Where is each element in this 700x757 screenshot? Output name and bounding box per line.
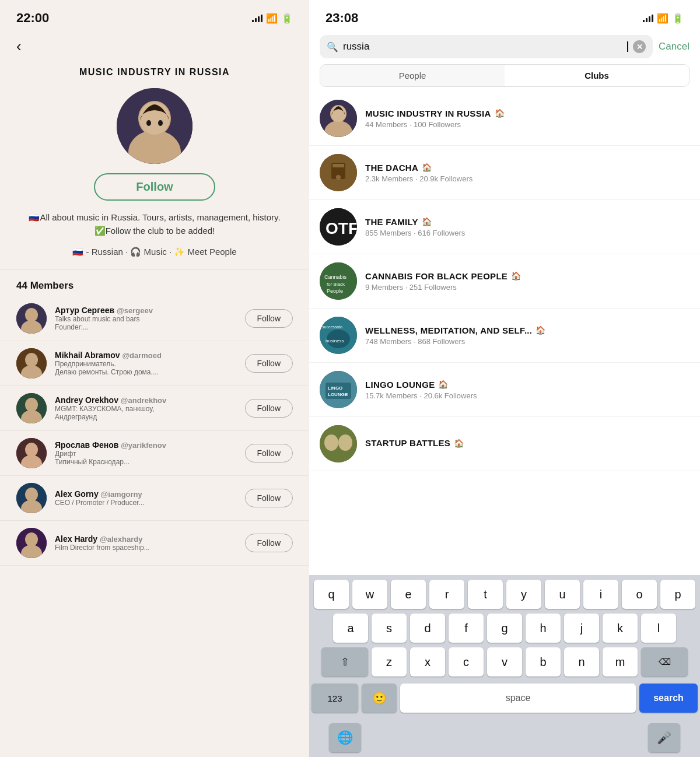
club-item-stats: 855 Members · 616 Followers (365, 229, 690, 237)
svg-text:LOUNGE: LOUNGE (328, 392, 348, 397)
club-item-stats: 9 Members · 251 Followers (365, 283, 690, 292)
club-item-info: CANNABIS FOR BLACK PEOPLE 🏠 9 Members · … (365, 271, 690, 292)
member-desc: Дрифт (55, 450, 237, 458)
follow-button[interactable]: Follow (245, 444, 293, 462)
right-status-bar: 23:08 📶 🔋 (309, 0, 700, 31)
member-desc: Talks about music and bars (55, 315, 237, 323)
key-k[interactable]: k (603, 614, 638, 643)
globe-key[interactable]: 🌐 (329, 723, 361, 752)
key-n[interactable]: n (564, 647, 599, 677)
club-list-item[interactable]: successatobusiness WELLNESS, MEDITATION,… (309, 309, 700, 363)
key-v[interactable]: v (487, 647, 522, 677)
battery-icon: 🔋 (672, 13, 684, 24)
search-input-wrapper[interactable]: 🔍 russia ✕ (320, 35, 653, 58)
key-h[interactable]: h (526, 614, 561, 643)
svg-point-19 (25, 488, 38, 502)
club-title: MUSIC INDUSTRY IN RUSSIA (68, 67, 242, 78)
clear-button[interactable]: ✕ (633, 40, 646, 53)
shift-key[interactable]: ⇧ (321, 647, 368, 677)
follow-button[interactable]: Follow (245, 534, 293, 552)
follow-button[interactable]: Follow (245, 309, 293, 328)
club-item-avatar (320, 154, 357, 191)
club-item-name: LINGO LOUNGE (365, 380, 435, 390)
key-t[interactable]: t (468, 580, 503, 609)
key-z[interactable]: z (372, 647, 407, 677)
key-x[interactable]: x (410, 647, 445, 677)
cursor (627, 41, 628, 52)
key-i[interactable]: i (583, 580, 618, 609)
house-icon: 🏠 (422, 163, 432, 172)
wifi-icon: 📶 (266, 13, 278, 24)
key-c[interactable]: c (449, 647, 484, 677)
club-list-item[interactable]: THE DACHA 🏠 2.3k Members · 20.9k Followe… (309, 146, 700, 200)
key-p[interactable]: p (660, 580, 695, 609)
back-button[interactable]: ‹ (0, 31, 309, 61)
key-g[interactable]: g (487, 614, 522, 643)
member-name: Mikhail Abramov @darmoed (55, 351, 237, 360)
svg-point-10 (25, 353, 38, 367)
emoji-key[interactable]: 🙂 (362, 684, 397, 713)
key-e[interactable]: e (391, 580, 426, 609)
key-m[interactable]: m (603, 647, 638, 677)
club-item-info: WELLNESS, MEDITATION, AND SELF... 🏠 748 … (365, 325, 690, 346)
member-desc: CEO / Promoter / Producer... (55, 499, 237, 507)
search-icon: 🔍 (327, 41, 338, 52)
club-list-item[interactable]: Cannabisfor BlackPeople CANNABIS FOR BLA… (309, 254, 700, 309)
svg-point-13 (25, 398, 38, 412)
club-description: 🇷🇺All about music in Russia. Tours, arti… (0, 211, 309, 237)
follow-button[interactable]: Follow (245, 354, 293, 373)
club-item-info: THE FAMILY 🏠 855 Members · 616 Followers (365, 217, 690, 237)
key-s[interactable]: s (372, 614, 407, 643)
club-item-name-row: CANNABIS FOR BLACK PEOPLE 🏠 (365, 271, 690, 281)
club-item-name-row: MUSIC INDUSTRY IN RUSSIA 🏠 (365, 108, 690, 118)
member-handle: @darmoed (122, 351, 162, 360)
member-name: Артур Сергеев @sergeev (55, 306, 237, 315)
mic-key[interactable]: 🎤 (648, 723, 680, 752)
space-key[interactable]: space (400, 684, 636, 713)
member-desc: Предприниматель. (55, 360, 237, 368)
member-info: Alex Hardy @alexhardy Film Director from… (55, 534, 237, 552)
club-list-item[interactable]: OTF THE FAMILY 🏠 855 Members · 616 Follo… (309, 200, 700, 254)
keyboard-row-4: 123 🙂 space search (312, 681, 698, 719)
member-item: Артур Сергеев @sergeev Talks about music… (0, 296, 309, 341)
cancel-button[interactable]: Cancel (659, 41, 690, 52)
key-b[interactable]: b (526, 647, 561, 677)
key-w[interactable]: w (352, 580, 387, 609)
club-item-name-row: STARTUP BATTLES 🏠 (365, 438, 690, 448)
keyboard-row-3: ⇧ z x c v b n m ⌫ (312, 647, 698, 677)
key-r[interactable]: r (429, 580, 464, 609)
key-d[interactable]: d (410, 614, 445, 643)
member-item: Alex Hardy @alexhardy Film Director from… (0, 521, 309, 566)
key-a[interactable]: a (333, 614, 368, 643)
club-list-item[interactable]: MUSIC INDUSTRY IN RUSSIA 🏠 44 Members · … (309, 92, 700, 146)
tab-people[interactable]: People (320, 65, 505, 86)
club-item-name-row: LINGO LOUNGE 🏠 (365, 380, 690, 390)
follow-button[interactable]: Follow (245, 489, 293, 507)
search-input[interactable]: russia (343, 41, 622, 52)
search-key[interactable]: search (639, 684, 698, 713)
key-o[interactable]: o (622, 580, 657, 609)
num-key[interactable]: 123 (312, 684, 358, 713)
key-u[interactable]: u (545, 580, 580, 609)
club-item-name-row: WELLNESS, MEDITATION, AND SELF... 🏠 (365, 325, 690, 335)
wifi-icon: 📶 (657, 13, 668, 24)
follow-button-large[interactable]: Follow (94, 173, 215, 201)
club-item-avatar: successatobusiness (320, 317, 357, 354)
backspace-key[interactable]: ⌫ (641, 647, 688, 677)
key-q[interactable]: q (314, 580, 349, 609)
key-y[interactable]: y (506, 580, 541, 609)
key-j[interactable]: j (564, 614, 599, 643)
club-avatar (117, 88, 192, 164)
key-l[interactable]: l (641, 614, 676, 643)
svg-text:LINGO: LINGO (328, 385, 342, 391)
key-f[interactable]: f (449, 614, 484, 643)
club-list-item[interactable]: LINGOLOUNGE LINGO LOUNGE 🏠 15.7k Members… (309, 363, 700, 417)
club-item-avatar: OTF (320, 208, 357, 246)
clubs-list: MUSIC INDUSTRY IN RUSSIA 🏠 44 Members · … (309, 92, 700, 575)
svg-point-16 (25, 443, 38, 457)
svg-text:for Black: for Black (327, 282, 345, 287)
club-item-stats: 15.7k Members · 20.6k Followers (365, 391, 690, 400)
club-list-item[interactable]: STARTUP BATTLES 🏠 (309, 417, 700, 471)
tab-clubs[interactable]: Clubs (505, 65, 689, 86)
follow-button[interactable]: Follow (245, 399, 293, 418)
